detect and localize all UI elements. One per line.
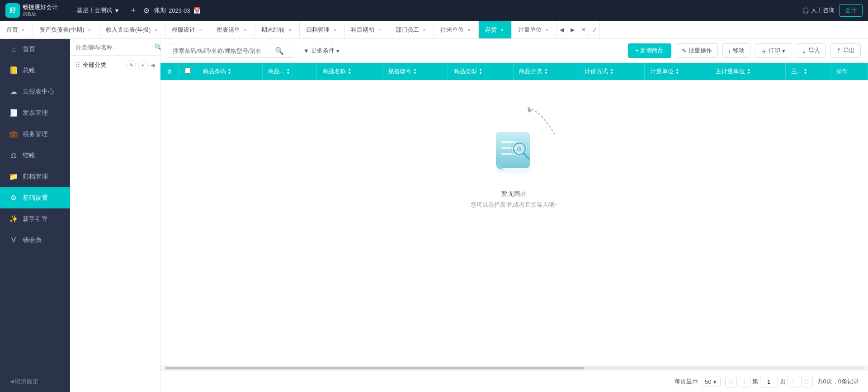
tab-subject-close[interactable]: × [376, 27, 382, 33]
export-button[interactable]: ⤒ 导出 [830, 43, 861, 58]
col-code[interactable]: 商品... ▲▼ [262, 63, 316, 80]
tab-contact-label: 往来单位 [440, 26, 464, 34]
tab-home-close[interactable]: × [20, 27, 26, 33]
tab-unit[interactable]: 计量单位 × [512, 21, 557, 38]
sidebar-item-invoice[interactable]: 🧾 发票管理 [0, 102, 70, 123]
category-search-input[interactable] [75, 44, 151, 51]
tab-close-all[interactable]: ✕ [578, 21, 589, 39]
tab-inventory[interactable]: 存货 × [479, 21, 512, 38]
tab-unit-close[interactable]: × [543, 27, 550, 33]
category-grid-icon: ⠿ [75, 61, 80, 69]
col-type[interactable]: 商品类型 ▲▼ [448, 63, 514, 80]
next-page-button[interactable]: ⟩ [788, 376, 799, 387]
col-checkbox[interactable] [179, 63, 197, 80]
cancel-pin-button[interactable]: ◄取消固定 [0, 371, 70, 392]
per-page-label: 每页显示 [675, 378, 698, 386]
sidebar-item-archive[interactable]: 📁 归档管理 [0, 166, 70, 187]
tab-period-end[interactable]: 期末结转 × [255, 21, 300, 38]
tab-expand[interactable]: ⤢ [589, 21, 600, 39]
category-all-label[interactable]: 全部分类 [83, 61, 123, 69]
tab-nav-next[interactable]: ▶ [567, 21, 578, 39]
customer-service-button[interactable]: 🎧 人工咨询 [802, 6, 835, 14]
tab-taxclear-close[interactable]: × [242, 27, 248, 33]
page-suffix: 页 [780, 378, 786, 386]
settings-button[interactable]: ⚙ [143, 6, 150, 15]
company-selector[interactable]: 基层工会测试 ▼ [73, 5, 123, 16]
sidebar-item-home[interactable]: ⌂ 首页 [0, 39, 70, 60]
batch-ops-button[interactable]: ✎ 批量操作 [676, 43, 718, 58]
col-spec[interactable]: 规格型号 ▲▼ [382, 63, 448, 80]
tab-nav-prev[interactable]: ◀ [557, 21, 567, 39]
col-main-unit[interactable]: 主计量单位 ▲▼ [710, 63, 785, 80]
tab-dept[interactable]: 部门员工 × [389, 21, 434, 38]
tab-bar: 首页 × 资产负债表(中期) × 收入支出表(年报) × 模版设计 × 税表清单… [0, 21, 868, 39]
sidebar-label-tax: 税务管理 [23, 130, 48, 138]
tab-template-close[interactable]: × [197, 27, 203, 33]
move-button[interactable]: ↕ 移动 [722, 43, 751, 58]
tab-taxclear[interactable]: 税表清单 × [210, 21, 255, 38]
basic-settings-icon: ⚙ [9, 194, 18, 202]
tab-income-close[interactable]: × [152, 27, 159, 33]
calendar-icon[interactable]: 📅 [193, 7, 201, 14]
tab-home[interactable]: 首页 × [0, 21, 33, 38]
filter-icon: ▼ [303, 47, 309, 54]
tab-inventory-close[interactable]: × [499, 27, 505, 33]
sidebar-item-guide[interactable]: ✨ 新手引导 [0, 208, 70, 230]
page-number-input[interactable] [760, 376, 778, 387]
import-button[interactable]: ⤓ 导入 [796, 43, 826, 58]
collapse-panel-button[interactable]: ◀ [151, 62, 155, 68]
tab-template[interactable]: 模版设计 × [165, 21, 210, 38]
category-search-box: 🔍 [70, 39, 160, 56]
ledger-icon: 📒 [9, 66, 18, 75]
sidebar-item-member[interactable]: V 畅会员 [0, 230, 70, 250]
col-extra[interactable]: 主... ▲▼ [785, 63, 830, 80]
tab-contact[interactable]: 往来单位 × [434, 21, 479, 38]
sidebar-item-basic[interactable]: ⚙ 基础设置 [0, 187, 70, 208]
tab-period-end-label: 期末结转 [261, 26, 285, 34]
add-tab-button[interactable]: + [128, 5, 139, 16]
tab-archive-close[interactable]: × [331, 27, 338, 33]
tab-dept-close[interactable]: × [421, 27, 427, 33]
category-edit-button[interactable]: ✎ [126, 60, 136, 70]
toolbar: 🔍 ▼ 更多条件 ▾ + 新增商品 ✎ 批量操作 [160, 39, 868, 63]
page-size-dropdown[interactable]: 50 ▾ [701, 377, 720, 387]
content-area: 🔍 ⠿ 全部分类 ✎ + ◀ 🔍 [70, 39, 868, 392]
sidebar-item-settle[interactable]: ⚖ 结账 [0, 145, 70, 166]
tab-balance[interactable]: 资产负债表(中期) × [33, 21, 99, 38]
dropdown-icon: ▼ [114, 7, 120, 14]
last-page-button[interactable]: ⟩⟩ [801, 376, 813, 387]
prev-page-button[interactable]: ⟨ [739, 376, 750, 387]
tab-archive[interactable]: 归档管理 × [300, 21, 344, 38]
sidebar: ⌂ 首页 📒 总账 ☁ 云报表中心 🧾 发票管理 💼 税务管理 ⚖ 结账 📁 归… [0, 39, 70, 392]
col-price-method[interactable]: 计价方式 ▲▼ [579, 63, 645, 80]
page-size-chevron: ▾ [713, 378, 717, 385]
search-icon[interactable]: 🔍 [275, 47, 284, 55]
tab-income[interactable]: 收入支出表(年报) × [99, 21, 166, 38]
category-add-button[interactable]: + [138, 60, 148, 70]
tab-contact-close[interactable]: × [466, 27, 472, 33]
col-settings[interactable]: ⚙ [160, 63, 179, 80]
app-name: 畅捷通好会计 [23, 4, 58, 11]
sidebar-item-report[interactable]: ☁ 云报表中心 [0, 81, 70, 102]
product-table: ⚙ 商品条码 ▲▼ [160, 63, 868, 245]
horizontal-scrollbar[interactable] [160, 365, 868, 371]
col-category[interactable]: 商品分类 ▲▼ [514, 63, 579, 80]
tab-balance-close[interactable]: × [86, 27, 93, 33]
add-product-button[interactable]: + 新增商品 [628, 43, 671, 58]
col-name[interactable]: 商品名称 ▲▼ [316, 63, 382, 80]
filter-button[interactable]: ▼ 更多条件 ▾ [299, 44, 344, 57]
col-unit[interactable]: 计量单位 ▲▼ [645, 63, 710, 80]
tab-subject[interactable]: 科目期初 × [344, 21, 389, 38]
total-records: 共0页，0条记录 [817, 378, 859, 386]
print-button[interactable]: 🖨 打印 ▾ [755, 43, 791, 58]
col-barcode[interactable]: 商品条码 ▲▼ [197, 63, 262, 80]
search-input[interactable] [173, 47, 272, 54]
first-page-button[interactable]: ⟨⟨ [725, 376, 737, 387]
sidebar-item-tax[interactable]: 💼 税务管理 [0, 123, 70, 145]
account-button[interactable]: 会计 [839, 4, 863, 17]
sidebar-label-guide: 新手引导 [23, 215, 48, 223]
print-icon: 🖨 [761, 47, 767, 54]
sidebar-item-ledger[interactable]: 📒 总账 [0, 60, 70, 81]
select-all-checkbox[interactable] [185, 68, 191, 74]
tab-period-end-close[interactable]: × [287, 27, 293, 33]
